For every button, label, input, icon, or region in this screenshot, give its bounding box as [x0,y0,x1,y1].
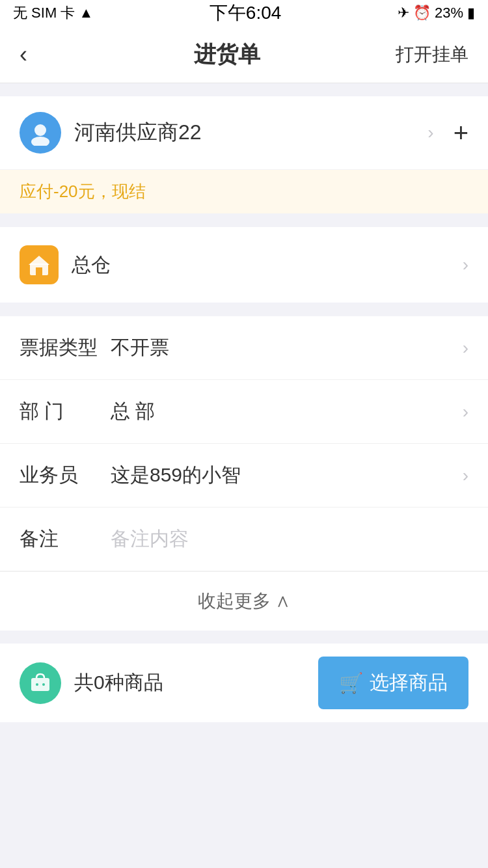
select-product-button[interactable]: 🛒 选择商品 [318,657,468,709]
form-row-invoice[interactable]: 票据类型 不开票 › [0,316,488,380]
supplier-avatar [20,112,61,154]
form-row-note[interactable]: 备注 备注内容 [0,508,488,571]
collapse-button[interactable]: 收起更多 ∧ [0,571,488,631]
note-placeholder: 备注内容 [111,526,468,552]
svg-marker-3 [29,256,49,265]
supplier-name: 河南供应商22 [74,118,427,147]
section-gap-2 [0,214,488,227]
cart-icon: 🛒 [339,671,363,694]
sim-status: 无 SIM 卡 ▲ [13,3,93,23]
invoice-value: 不开票 [111,334,463,361]
svg-point-0 [34,124,46,136]
form-row-salesperson[interactable]: 业务员 这是859的小智 › [0,444,488,508]
section-gap-4 [0,631,488,644]
supplier-chevron-icon: › [427,122,433,143]
alarm-icon: ⏰ [413,5,431,21]
svg-rect-4 [36,267,42,275]
warehouse-row[interactable]: 总仓 › [0,227,488,303]
note-label: 备注 [20,526,111,552]
section-gap-1 [0,83,488,96]
form-row-department[interactable]: 部 门 总 部 › [0,380,488,444]
svg-point-1 [31,137,49,146]
status-bar: 无 SIM 卡 ▲ 下午6:04 ✈ ⏰ 23% ▮ [0,0,488,26]
invoice-label: 票据类型 [20,334,111,361]
back-button[interactable]: ‹ [20,41,59,68]
svg-point-7 [42,683,45,686]
product-bar: 共0种商品 🛒 选择商品 [0,644,488,722]
department-value: 总 部 [111,398,463,425]
battery-level: 23% [435,5,463,21]
status-time: 下午6:04 [210,1,282,25]
salesperson-chevron-icon: › [463,465,468,486]
location-icon: ✈ [398,5,409,21]
warehouse-label: 总仓 [72,252,463,278]
salesperson-label: 业务员 [20,462,111,489]
invoice-chevron-icon: › [463,338,468,359]
svg-rect-5 [31,678,49,691]
department-label: 部 门 [20,398,111,425]
svg-point-6 [36,683,38,686]
department-chevron-icon: › [463,401,468,422]
warehouse-chevron-icon: › [463,254,468,275]
salesperson-value: 这是859的小智 [111,462,463,489]
section-gap-3 [0,303,488,316]
supplier-section: 河南供应商22 › + 应付-20元，现结 [0,96,488,214]
page-background [0,722,488,868]
add-supplier-button[interactable]: + [454,118,468,148]
status-right: ✈ ⏰ 23% ▮ [398,5,475,21]
nav-bar: ‹ 进货单 打开挂单 [0,26,488,83]
battery-icon: ▮ [467,5,475,21]
supplier-actions: › + [427,118,468,148]
product-count: 共0种商品 [74,670,318,696]
open-pending-button[interactable]: 打开挂单 [396,42,468,67]
warehouse-icon [20,245,59,284]
notice-bar: 应付-20元，现结 [0,170,488,214]
supplier-row[interactable]: 河南供应商22 › + [0,96,488,170]
status-left: 无 SIM 卡 ▲ [13,3,93,23]
product-icon [20,662,61,704]
select-product-label: 选择商品 [370,670,448,696]
page-title: 进货单 [194,40,260,70]
form-section: 票据类型 不开票 › 部 门 总 部 › 业务员 这是859的小智 › 备注 备… [0,316,488,631]
